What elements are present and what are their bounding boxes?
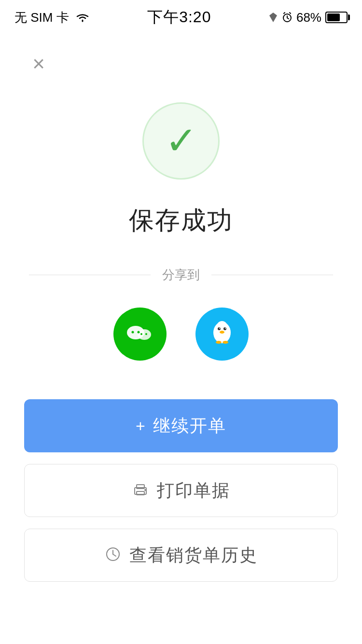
wechat-icon xyxy=(123,317,157,351)
checkmark-icon: ✓ xyxy=(165,122,197,160)
battery-fill xyxy=(327,14,340,21)
svg-point-15 xyxy=(219,328,220,329)
svg-line-3 xyxy=(284,13,285,14)
divider-line-left xyxy=(29,275,151,275)
svg-point-16 xyxy=(225,328,226,329)
success-title: 保存成功 xyxy=(129,204,233,238)
divider-line-right xyxy=(211,275,333,275)
main-content: × ✓ 保存成功 分享到 xyxy=(0,35,362,591)
print-label: 打印单据 xyxy=(157,479,230,503)
battery-icon xyxy=(325,12,348,23)
continue-icon: + xyxy=(136,418,145,434)
qq-icon xyxy=(205,317,239,351)
qq-share-button[interactable] xyxy=(195,308,249,361)
alarm-icon xyxy=(282,12,292,23)
wifi-icon xyxy=(75,12,90,23)
close-icon: × xyxy=(32,53,45,74)
status-right: 68% xyxy=(268,10,348,25)
status-time: 下午3:20 xyxy=(147,7,211,28)
status-left: 无 SIM 卡 xyxy=(14,9,90,26)
success-circle: ✓ xyxy=(142,102,220,180)
svg-point-6 xyxy=(138,329,151,340)
wechat-share-button[interactable] xyxy=(113,308,167,361)
close-button-row: × xyxy=(0,44,362,83)
svg-point-13 xyxy=(218,327,221,330)
svg-point-14 xyxy=(223,327,226,330)
history-icon xyxy=(104,546,122,565)
history-button[interactable]: 查看销货单历史 xyxy=(24,529,338,582)
svg-point-19 xyxy=(223,341,228,344)
status-bar: 无 SIM 卡 下午3:20 68% xyxy=(0,0,362,35)
svg-point-18 xyxy=(216,341,222,344)
print-icon xyxy=(132,481,149,501)
action-buttons: + 继续开单 打印单据 xyxy=(0,399,362,582)
svg-point-7 xyxy=(132,331,134,334)
svg-point-9 xyxy=(140,333,142,335)
svg-point-23 xyxy=(144,489,146,491)
continue-label: 继续开单 xyxy=(153,414,226,438)
sim-text: 无 SIM 卡 xyxy=(14,9,69,26)
svg-line-4 xyxy=(290,13,291,14)
svg-line-26 xyxy=(113,554,116,556)
svg-point-17 xyxy=(220,331,224,334)
share-divider-text: 分享到 xyxy=(151,266,211,283)
print-button[interactable]: 打印单据 xyxy=(24,464,338,517)
share-icons xyxy=(113,308,249,361)
svg-point-8 xyxy=(138,331,140,334)
svg-line-2 xyxy=(287,18,289,19)
share-divider: 分享到 xyxy=(0,266,362,283)
close-button[interactable]: × xyxy=(24,49,53,78)
history-label: 查看销货单历史 xyxy=(129,544,258,567)
continue-button[interactable]: + 继续开单 xyxy=(24,399,338,452)
location-icon xyxy=(268,12,278,23)
svg-point-10 xyxy=(145,333,147,335)
battery-percent: 68% xyxy=(296,10,321,25)
